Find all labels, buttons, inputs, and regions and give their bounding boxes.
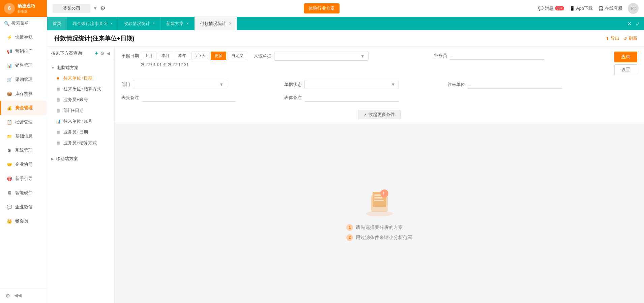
- sidebar-item-finance[interactable]: 💰 资金管理: [0, 101, 47, 115]
- scheme-item-salesman-account[interactable]: ▦ 业务员+账号: [47, 94, 114, 105]
- mobile-section-header[interactable]: ▶ 移动端方案: [47, 154, 114, 164]
- tab-bank[interactable]: 现金银行流水查询 ×: [67, 17, 118, 30]
- notifications-item[interactable]: 💬 消息 99+: [538, 5, 564, 11]
- date-btn-last-7-days[interactable]: 近7天: [192, 52, 209, 60]
- tab-receipt[interactable]: 收款情况统计 ×: [118, 17, 161, 30]
- scheme-add-icon[interactable]: +: [95, 50, 98, 56]
- scheme-item-icon-5: ▦: [55, 129, 61, 135]
- basic-icon: 📁: [6, 133, 12, 139]
- scheme-item-icon-1: ▦: [55, 86, 61, 92]
- dept-select[interactable]: ▼: [133, 80, 227, 89]
- date-btn-this-year[interactable]: 本年: [175, 52, 190, 60]
- purchase-icon: 🛒: [6, 77, 12, 83]
- sidebar-item-wechat[interactable]: 💬 企业微信: [0, 200, 47, 214]
- salesman-input[interactable]: ...: [450, 52, 544, 60]
- mobile-section-label: 移动端方案: [56, 156, 78, 162]
- svg-rect-4: [374, 197, 382, 199]
- sidebar-search[interactable]: 🔍 搜索菜单: [0, 17, 47, 30]
- sidebar-item-system[interactable]: ⚙ 系统管理: [0, 143, 47, 157]
- sidebar-item-enterprise[interactable]: 🤝 企业协同: [0, 157, 47, 172]
- scheme-collapse-icon[interactable]: ◀: [107, 51, 110, 56]
- tab-payment[interactable]: 付款情况统计 ×: [195, 17, 237, 30]
- shortcuts-icon: ⚡: [6, 34, 12, 40]
- wechat-icon: 💬: [6, 204, 12, 210]
- topbar-settings-icon[interactable]: ⚙: [100, 5, 106, 12]
- logo-name: 畅捷通巧: [18, 3, 35, 9]
- filter-settings-button[interactable]: 设置: [614, 64, 637, 75]
- trial-button[interactable]: 体验行业方案: [304, 3, 340, 13]
- tab-expand-icon[interactable]: ⤢: [636, 21, 640, 27]
- user-avatar[interactable]: Rit: [628, 3, 639, 14]
- date-btn-custom[interactable]: 自定义: [228, 52, 247, 60]
- member-icon: 👑: [6, 218, 12, 224]
- source-doc-filter: 来源单据 ▼: [254, 52, 428, 61]
- query-button[interactable]: 查询: [614, 52, 637, 62]
- page-header: 付款情况统计(往来单位+日期) ⬆ 导出 ↺ 刷新: [47, 30, 644, 47]
- date-btn-more[interactable]: 更多: [211, 52, 226, 60]
- scheme-item-counterparty-date[interactable]: ● 往来单位+日期: [47, 73, 114, 84]
- payment-tab-close[interactable]: ×: [229, 21, 231, 26]
- scheme-item-counterparty-account[interactable]: 📊 往来单位+账号: [47, 116, 114, 127]
- table-header-note-label: 表头备注: [121, 95, 139, 101]
- doc-status-select[interactable]: ▼: [304, 80, 399, 89]
- sidebar-footer: ⚙ ◀◀: [0, 288, 47, 303]
- sidebar-item-purchase[interactable]: 🛒 采购管理: [0, 72, 47, 87]
- source-doc-select[interactable]: ▼: [274, 52, 369, 61]
- sidebar-item-marketing[interactable]: 📢 营销推广: [0, 44, 47, 58]
- scheme-item-salesman-settlement[interactable]: ▦ 业务员+结算方式: [47, 138, 114, 148]
- sidebar-item-inventory[interactable]: 📦 库存核算: [0, 87, 47, 101]
- sidebar-item-sales[interactable]: 📊 销售管理: [0, 58, 47, 72]
- sidebar-item-shortcuts[interactable]: ⚡ 快捷导航: [0, 30, 47, 44]
- operation-icon: 📋: [6, 119, 12, 125]
- tab-home[interactable]: 首页: [47, 17, 67, 30]
- date-buttons: 上月 本月 本年 近7天 更多 自定义: [141, 52, 247, 60]
- dept-label: 部门: [121, 82, 130, 88]
- sidebar-item-operation[interactable]: 📋 经营管理: [0, 115, 47, 129]
- table-body-note-input[interactable]: [304, 94, 399, 102]
- export-button[interactable]: ⬆ 导出: [606, 35, 619, 41]
- sidebar-nav: ⚡ 快捷导航 📢 营销推广 📊 销售管理 🛒 采购管理 📦 库存核算 💰: [0, 30, 47, 288]
- finance-icon: 💰: [6, 105, 12, 111]
- sidebar-item-member[interactable]: 👑 畅会员: [0, 214, 47, 228]
- filter-rows: 单据日期 上月 本月 本年 近7天 更多 自定义: [115, 47, 644, 102]
- new-scheme-tab-close[interactable]: ×: [186, 21, 189, 26]
- doc-status-arrow: ▼: [391, 82, 395, 87]
- refresh-button[interactable]: ↺ 刷新: [623, 35, 637, 41]
- tab-close-all-icon[interactable]: ✕: [627, 21, 632, 27]
- date-btn-last-month[interactable]: 上月: [141, 52, 156, 60]
- counterparty-input[interactable]: ...: [468, 81, 562, 89]
- sidebar-item-guide[interactable]: 🎯 新手引导: [0, 172, 47, 186]
- table-header-note-input[interactable]: [142, 94, 236, 102]
- footer-collapse-icon[interactable]: ◀◀: [14, 293, 22, 299]
- online-service-item[interactable]: 🎧 在线客服: [598, 5, 622, 11]
- empty-step-2: 2 用过滤条件来缩小分析范围: [346, 234, 412, 241]
- date-btn-this-month[interactable]: 本月: [158, 52, 173, 60]
- scheme-item-counterparty-settlement[interactable]: ▦ 往来单位+结算方式: [47, 84, 114, 94]
- bank-tab-close[interactable]: ×: [110, 21, 113, 26]
- sales-icon: 📊: [6, 62, 12, 68]
- home-tab-label: 首页: [53, 21, 61, 27]
- step-2-text: 用过滤条件来缩小分析范围: [356, 235, 412, 241]
- source-doc-label: 来源单据: [254, 53, 271, 59]
- tab-new-scheme[interactable]: 新建方案 ×: [161, 17, 195, 30]
- footer-settings-icon[interactable]: ⚙: [5, 293, 10, 299]
- export-icon: ⬆: [606, 36, 609, 41]
- sidebar-item-basic[interactable]: 📁 基础信息: [0, 129, 47, 143]
- scheme-item-dept-date[interactable]: ▦ 部门+日期: [47, 105, 114, 116]
- topbar: 某某公司 ▼ ⚙ 体验行业方案 💬 消息 99+ 📱 App下载 🎧: [47, 0, 644, 17]
- collapse-button[interactable]: ∧ 收起更多条件: [358, 110, 401, 119]
- refresh-icon: ↺: [623, 36, 627, 41]
- step-1-num: 1: [346, 224, 353, 231]
- query-actions: 查询 设置: [614, 52, 637, 75]
- enterprise-icon: 🤝: [6, 161, 12, 168]
- scheme-settings-icon[interactable]: ⚙: [100, 51, 105, 56]
- search-label: 搜索菜单: [11, 20, 29, 26]
- company-dropdown-icon[interactable]: ▼: [93, 6, 97, 11]
- app-download-item[interactable]: 📱 App下载: [569, 5, 593, 11]
- sidebar-item-hardware[interactable]: 🖥 智能硬件: [0, 186, 47, 200]
- table-body-note-filter: 表体备注: [284, 94, 440, 102]
- scheme-item-salesman-date[interactable]: ▦ 业务员+日期: [47, 127, 114, 138]
- desktop-section-header[interactable]: ▼ 电脑端方案: [47, 63, 114, 73]
- receipt-tab-close[interactable]: ×: [153, 21, 155, 26]
- inventory-icon: 📦: [6, 91, 12, 97]
